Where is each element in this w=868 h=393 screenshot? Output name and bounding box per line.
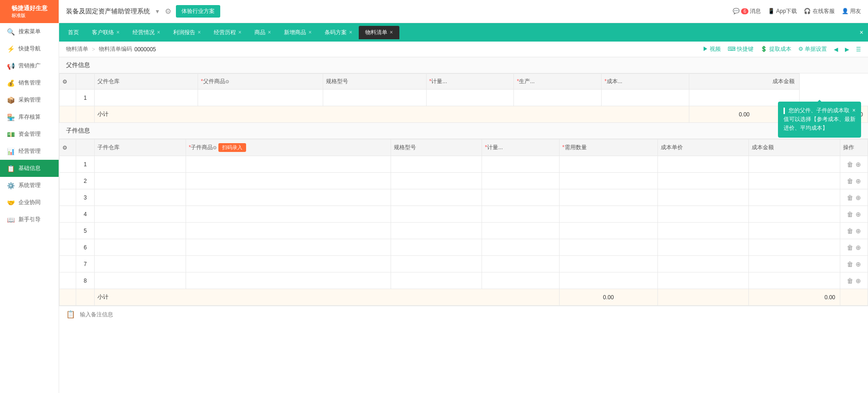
- nav-prev[interactable]: ◀: [834, 46, 838, 53]
- tab-profit-close[interactable]: ×: [198, 29, 201, 36]
- sidebar-item-marketing[interactable]: 📢 营销推广: [0, 57, 59, 74]
- settings-icon[interactable]: ⚙: [165, 7, 171, 16]
- grid-view-icon[interactable]: ☰: [856, 46, 861, 53]
- tab-operations-close[interactable]: ×: [157, 29, 160, 36]
- delete-icon-row7[interactable]: 🗑: [847, 260, 853, 268]
- child-row4-unitcost[interactable]: [657, 206, 749, 223]
- sidebar-item-sales[interactable]: 💰 销售管理: [0, 74, 59, 91]
- tab-profit[interactable]: 利润报告 ×: [167, 26, 207, 39]
- child-row2-goods[interactable]: [186, 173, 391, 189]
- child-row1-warehouse[interactable]: [95, 156, 186, 173]
- tab-home[interactable]: 首页: [61, 26, 85, 39]
- child-row6-goods[interactable]: [186, 239, 391, 256]
- child-row8-spec[interactable]: [391, 272, 482, 289]
- child-row6-reqqty[interactable]: [559, 239, 657, 256]
- child-row3-warehouse[interactable]: [95, 189, 186, 206]
- copy-icon-row2[interactable]: ⊕: [856, 177, 861, 185]
- child-row5-warehouse[interactable]: [95, 223, 186, 239]
- parent-row1-cost[interactable]: [602, 90, 689, 106]
- child-row4-reqqty[interactable]: [559, 206, 657, 223]
- tab-barcode-close[interactable]: ×: [349, 29, 352, 36]
- sidebar-item-quick-nav[interactable]: ⚡ 快捷导航: [0, 40, 59, 57]
- child-row4-spec[interactable]: [391, 206, 482, 223]
- child-row8-unitcost[interactable]: [657, 272, 749, 289]
- tab-customer[interactable]: 客户联络 ×: [85, 26, 126, 39]
- child-col-settings[interactable]: ⚙: [60, 139, 76, 156]
- child-row7-unitcost[interactable]: [657, 256, 749, 272]
- child-row8-measure[interactable]: [482, 272, 559, 289]
- online-service-item[interactable]: 🎧 在线客服: [804, 7, 834, 15]
- child-row4-measure[interactable]: [482, 206, 559, 223]
- child-row7-warehouse[interactable]: [95, 256, 186, 272]
- child-row2-warehouse[interactable]: [95, 173, 186, 189]
- breadcrumb-bom[interactable]: 物料清单: [66, 45, 88, 53]
- action-cost[interactable]: 💲 提取成本: [760, 45, 791, 53]
- tab-bom[interactable]: 物料清单 ×: [359, 26, 399, 39]
- delete-icon-row4[interactable]: 🗑: [847, 211, 853, 218]
- child-row7-measure[interactable]: [482, 256, 559, 272]
- copy-icon-row8[interactable]: ⊕: [856, 277, 861, 284]
- action-shortcut[interactable]: ⌨ 快捷键: [728, 45, 753, 53]
- child-settings-icon[interactable]: ⚙: [62, 145, 67, 151]
- child-row7-spec[interactable]: [391, 256, 482, 272]
- child-row3-reqqty[interactable]: [559, 189, 657, 206]
- delete-icon-row8[interactable]: 🗑: [847, 277, 853, 284]
- child-row8-reqqty[interactable]: [559, 272, 657, 289]
- parent-col-settings[interactable]: ⚙: [60, 74, 76, 90]
- sidebar-item-operations[interactable]: 📊 经营管理: [0, 143, 59, 160]
- delete-icon-row6[interactable]: 🗑: [847, 244, 853, 251]
- close-all-tabs[interactable]: ×: [857, 26, 866, 38]
- tab-new-goods[interactable]: 新增商品 ×: [277, 26, 318, 39]
- tab-goods-close[interactable]: ×: [268, 29, 271, 36]
- child-row8-warehouse[interactable]: [95, 272, 186, 289]
- sidebar-item-finance[interactable]: 💵 资金管理: [0, 126, 59, 143]
- child-row6-warehouse[interactable]: [95, 239, 186, 256]
- delete-icon-row5[interactable]: 🗑: [847, 227, 853, 235]
- child-row5-spec[interactable]: [391, 223, 482, 239]
- sidebar-item-purchase[interactable]: 📦 采购管理: [0, 91, 59, 109]
- child-row1-reqqty[interactable]: [559, 156, 657, 173]
- child-row6-spec[interactable]: [391, 239, 482, 256]
- child-row1-unitcost[interactable]: [657, 156, 749, 173]
- child-row5-goods[interactable]: [186, 223, 391, 239]
- delete-icon-row1[interactable]: 🗑: [847, 161, 853, 168]
- child-row6-unitcost[interactable]: [657, 239, 749, 256]
- child-row3-measure[interactable]: [482, 189, 559, 206]
- copy-icon-row1[interactable]: ⊕: [856, 161, 861, 168]
- parent-settings-icon[interactable]: ⚙: [62, 79, 67, 85]
- child-row5-measure[interactable]: [482, 223, 559, 239]
- tab-bom-close[interactable]: ×: [390, 29, 393, 36]
- action-video[interactable]: ▶ 视频: [703, 45, 721, 53]
- tab-customer-close[interactable]: ×: [116, 29, 120, 36]
- child-row4-goods[interactable]: [186, 206, 391, 223]
- parent-row1-measure[interactable]: [426, 90, 514, 106]
- sidebar-item-system[interactable]: ⚙️ 系统管理: [0, 177, 59, 194]
- copy-icon-row3[interactable]: ⊕: [856, 194, 861, 201]
- child-row6-measure[interactable]: [482, 239, 559, 256]
- tab-operations[interactable]: 经营情况 ×: [126, 26, 167, 39]
- sidebar-item-search[interactable]: 🔍 搜索菜单: [0, 23, 59, 40]
- child-row7-reqqty[interactable]: [559, 256, 657, 272]
- child-row1-goods[interactable]: [186, 156, 391, 173]
- child-row8-goods[interactable]: [186, 272, 391, 289]
- child-row2-measure[interactable]: [482, 173, 559, 189]
- copy-icon-row4[interactable]: ⊕: [856, 211, 861, 218]
- parent-row1-warehouse[interactable]: [95, 90, 198, 106]
- child-row3-spec[interactable]: [391, 189, 482, 206]
- sidebar-item-inventory[interactable]: 🏪 库存核算: [0, 109, 59, 126]
- tooltip-close-button[interactable]: ×: [852, 106, 856, 115]
- app-download-item[interactable]: 📱 App下载: [768, 7, 797, 15]
- sidebar-item-guide[interactable]: 📖 新手引导: [0, 211, 59, 228]
- message-item[interactable]: 💬 6 消息: [733, 7, 761, 15]
- tab-newgoods-close[interactable]: ×: [308, 29, 312, 36]
- copy-icon-row5[interactable]: ⊕: [856, 227, 861, 235]
- child-row5-reqqty[interactable]: [559, 223, 657, 239]
- child-row3-goods[interactable]: [186, 189, 391, 206]
- scan-button[interactable]: 扫码录入: [218, 143, 246, 152]
- copy-icon-row6[interactable]: ⊕: [856, 244, 861, 251]
- child-row3-unitcost[interactable]: [657, 189, 749, 206]
- child-row1-measure[interactable]: [482, 156, 559, 173]
- parent-row1-spec[interactable]: [323, 90, 426, 106]
- tab-barcode[interactable]: 条码方案 ×: [318, 26, 359, 39]
- child-row1-spec[interactable]: [391, 156, 482, 173]
